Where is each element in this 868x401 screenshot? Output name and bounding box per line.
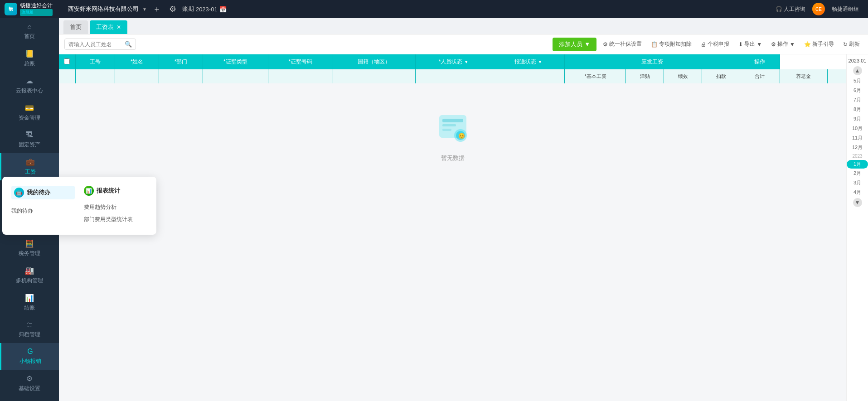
th-sub-empty9 xyxy=(492,69,565,83)
popup-item-dept-stats[interactable]: 部门费用类型统计表 xyxy=(84,213,147,226)
company-dropdown-icon[interactable]: ▼ xyxy=(142,7,147,12)
th-sub-ops xyxy=(827,69,846,83)
th-sub-empty1 xyxy=(59,69,75,83)
guide-btn[interactable]: ⭐ 新手引导 xyxy=(801,39,837,50)
add-company-btn[interactable]: ＋ xyxy=(150,4,163,14)
th-sub-empty8 xyxy=(415,69,492,83)
timeline-month-8[interactable]: 8月 xyxy=(847,105,868,114)
sidebar-item-settlement[interactable]: 📊 结账 xyxy=(0,289,59,316)
popup-item-expense-trend[interactable]: 费用趋势分析 xyxy=(84,201,147,213)
timeline-month-10[interactable]: 10月 xyxy=(847,124,868,133)
search-icon[interactable]: 🔍 xyxy=(125,41,132,48)
th-bonus: 绩效 xyxy=(664,69,702,83)
timeline-month-5[interactable]: 5月 xyxy=(847,76,868,86)
timeline-month-9[interactable]: 9月 xyxy=(847,114,868,124)
popup-section2-title: 📊 报表统计 xyxy=(84,186,147,196)
svg-rect-1 xyxy=(442,119,463,122)
timeline-month-11[interactable]: 11月 xyxy=(847,133,868,143)
ops-chevron-icon: ▼ xyxy=(790,41,795,48)
filter-icon[interactable]: ▼ xyxy=(464,59,469,64)
th-sub-empty7 xyxy=(333,69,415,83)
deduction-icon: 📋 xyxy=(651,41,658,48)
search-input[interactable] xyxy=(68,41,123,48)
salary-icon: 💼 xyxy=(26,158,35,166)
th-deduction: 扣款 xyxy=(702,69,740,83)
user-avatar: CE xyxy=(812,3,825,15)
timeline-month-7[interactable]: 7月 xyxy=(847,95,868,105)
popup-item-my-todo[interactable]: 我的待办 xyxy=(11,205,75,217)
archive-icon: 🗂 xyxy=(26,321,33,329)
service-btn[interactable]: 🎧 人工咨询 xyxy=(776,5,805,13)
special-deduction-btn[interactable]: 📋 专项附加扣除 xyxy=(648,39,694,50)
sidebar-item-guide[interactable]: ▶ 新手引导 xyxy=(0,397,59,401)
sidebar-item-salary[interactable]: 💼 工资 xyxy=(0,153,59,180)
popup-section-reports: 📊 报表统计 费用趋势分析 部门费用类型统计表 xyxy=(84,186,147,226)
logo-area: 畅 畅捷通好会计 旗舰版 xyxy=(5,2,63,15)
headset-icon: 🎧 xyxy=(776,6,782,12)
timeline-month-12[interactable]: 12月 xyxy=(847,143,868,152)
multi-org-icon: 🏭 xyxy=(25,266,34,275)
sidebar-item-tax[interactable]: 🧮 税务管理 xyxy=(0,235,59,262)
operations-icon: ⚙ xyxy=(771,41,776,48)
export-btn[interactable]: ⬇ 导出 ▼ xyxy=(736,39,765,50)
select-all-checkbox[interactable] xyxy=(64,58,70,64)
sidebar-item-basic[interactable]: ⚙ 基础设置 xyxy=(0,370,59,397)
sidebar-item-home[interactable]: ⌂ 首页 xyxy=(0,18,59,45)
sidebar-item-multi-org[interactable]: 🏭 多机构管理 xyxy=(0,262,59,289)
sidebar-item-cloud-report[interactable]: ☁ 云报表中心 xyxy=(0,72,59,99)
timeline-month-2[interactable]: 2月 xyxy=(847,169,868,178)
report-filter-icon[interactable]: ▼ xyxy=(538,59,542,64)
tab-salary[interactable]: 工资表 ✕ xyxy=(90,20,127,34)
timeline-year-2023: 2023 xyxy=(852,152,862,160)
timeline-header: 2023.01 xyxy=(848,56,868,65)
th-allowance: 津贴 xyxy=(626,69,664,83)
tab-bar: 首页 工资表 ✕ xyxy=(59,18,868,34)
th-checkbox xyxy=(59,54,75,69)
tab-home[interactable]: 首页 xyxy=(63,20,88,34)
tab-close-icon[interactable]: ✕ xyxy=(116,24,121,30)
sidebar-item-fixed-assets[interactable]: 🏗 固定资产 xyxy=(0,126,59,153)
logo-icon: 畅 xyxy=(5,3,17,15)
timeline-up-btn[interactable]: ▲ xyxy=(853,66,862,75)
svg-text:😊: 😊 xyxy=(458,132,465,139)
settlement-icon: 📊 xyxy=(25,294,34,302)
table-wrap: 工号 *姓名 *部门 *证墅类型 *证墅号码 国籍（地区） *人员状态 ▼ xyxy=(59,54,846,401)
logo-sub: 旗舰版 xyxy=(20,9,53,16)
timeline-month-6[interactable]: 6月 xyxy=(847,86,868,95)
operations-btn[interactable]: ⚙ 操作 ▼ xyxy=(768,39,798,50)
search-wrap: 🔍 xyxy=(64,39,136,50)
add-person-button[interactable]: 添加人员 ▼ xyxy=(553,38,596,51)
tax-declaration-btn[interactable]: 🖨 个税申报 xyxy=(698,39,732,50)
th-operations: 操作 xyxy=(740,54,780,69)
sidebar-item-fund[interactable]: 💳 资金管理 xyxy=(0,99,59,126)
right-header: 🎧 人工咨询 CE 畅捷通组组 xyxy=(776,3,859,15)
timeline-month-1-active[interactable]: 1月 xyxy=(847,160,868,169)
calendar-icon[interactable]: 📅 xyxy=(219,6,227,13)
th-payroll-group: 应发工资 xyxy=(565,54,740,69)
social-security-icon: ⚙ xyxy=(603,41,608,48)
timeline-down-btn[interactable]: ▼ xyxy=(853,198,862,207)
company-area: 西安虾米网络科技有限公司 ▼ ＋ ⚙ 账期 2023-01 📅 xyxy=(63,4,776,14)
refresh-btn[interactable]: ↻ 刷新 xyxy=(840,39,863,50)
popup-section-todolist: 🤖 我的待办 我的待办 xyxy=(11,186,75,226)
sidebar-item-xiaochang[interactable]: G 小畅报销 xyxy=(0,343,59,370)
timeline-month-4[interactable]: 4月 xyxy=(847,188,868,197)
right-timeline: 2023.01 ▲ 5月 6月 7月 8月 9月 10月 11月 12月 202… xyxy=(846,54,868,401)
sidebar-item-ledger[interactable]: 📒 总账 xyxy=(0,45,59,72)
tax-icon: 🧮 xyxy=(25,239,34,248)
empty-text: 暂无数据 xyxy=(441,154,465,162)
xiaochang-icon: G xyxy=(27,348,33,356)
export-chevron-icon: ▼ xyxy=(756,41,762,48)
social-security-btn[interactable]: ⚙ 统一社保设置 xyxy=(600,39,645,50)
th-name: *姓名 xyxy=(115,54,159,69)
refresh-icon: ↻ xyxy=(843,41,848,48)
th-id-no: *证墅号码 xyxy=(268,54,333,69)
sidebar-item-archive[interactable]: 🗂 归档管理 xyxy=(0,316,59,343)
top-header: 畅 畅捷通好会计 旗舰版 西安虾米网络科技有限公司 ▼ ＋ ⚙ 账期 2023-… xyxy=(0,0,868,18)
settings-icon[interactable]: ⚙ xyxy=(167,4,179,14)
assets-icon: 🏗 xyxy=(26,131,33,139)
svg-rect-3 xyxy=(442,129,451,131)
th-sub-empty4 xyxy=(159,69,203,83)
th-sub-empty6 xyxy=(268,69,333,83)
timeline-month-3[interactable]: 3月 xyxy=(847,178,868,188)
